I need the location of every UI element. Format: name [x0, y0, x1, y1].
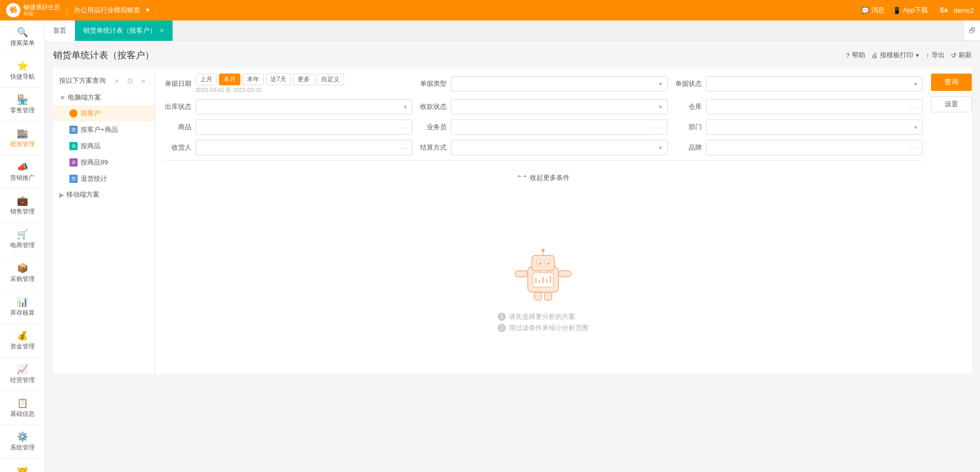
type-select[interactable]: ▼: [451, 76, 668, 91]
sidebar-item-system[interactable]: ⚙️ 系统管理: [0, 425, 44, 459]
settlement-select-arrow: ▼: [658, 145, 663, 151]
scheme-item-by-customer[interactable]: 按客户: [53, 105, 155, 122]
sidebar-item-search-menu[interactable]: 🔍 搜索菜单: [0, 20, 44, 54]
outbound-select[interactable]: ▼: [195, 99, 412, 114]
sidebar-item-purchase[interactable]: 📦 采购管理: [0, 256, 44, 290]
scheme-group-mobile-header[interactable]: ▶ 移动端方案: [53, 187, 155, 202]
print-icon: 🖨: [871, 52, 878, 59]
date-btn-last-7[interactable]: 近7天: [266, 74, 291, 85]
filter-payment: 收款状态 ▼: [419, 99, 668, 114]
sidebar-item-quick-nav[interactable]: ⭐ 快捷导航: [0, 54, 44, 88]
svg-rect-7: [515, 271, 528, 277]
filter-dept: 部门 ▼: [674, 120, 923, 135]
dept-select[interactable]: ▼: [706, 120, 923, 135]
settings-button[interactable]: 设置: [931, 96, 972, 112]
tab-restore-icon[interactable]: 🗗: [969, 27, 976, 35]
dept-select-arrow: ▼: [913, 125, 918, 130]
employee-select[interactable]: ···: [451, 120, 668, 135]
scheme-group-desktop-header[interactable]: ▼ 电脑端方案: [53, 90, 155, 105]
sidebar-item-retail[interactable]: 🏪 零售管理: [0, 88, 44, 122]
sidebar-item-wholesale[interactable]: 🏬 批发管理: [0, 122, 44, 155]
sidebar-item-marketing[interactable]: 📣 营销推广: [0, 155, 44, 189]
template-print-btn[interactable]: 🖨 按模板打印 ▼: [871, 51, 920, 60]
empty-hint-2: 2 用过滤条件来缩小分析范围: [498, 323, 589, 333]
user-area[interactable]: Ea demo2: [936, 3, 974, 18]
status-select[interactable]: ▼: [706, 76, 923, 91]
sidebar-item-finance[interactable]: 💰 资金管理: [0, 324, 44, 358]
payment-select[interactable]: ▼: [451, 99, 668, 114]
export-btn[interactable]: ↑ 导出: [926, 51, 945, 60]
scheme-item-by-customer-goods[interactable]: 图 按客户+商品: [53, 122, 155, 138]
sidebar-item-operations[interactable]: 📈 经营管理: [0, 358, 44, 391]
settlement-label: 结算方式: [419, 143, 447, 152]
scheme-header-label: 按以下方案查询: [59, 76, 106, 85]
collapse-label: 收起更多条件: [530, 173, 570, 182]
scheme-item-label-by-customer-goods: 按客户+商品: [81, 125, 118, 134]
sidebar-item-ecommerce[interactable]: 🛒 电商管理: [0, 223, 44, 256]
sidebar: 🔍 搜索菜单 ⭐ 快捷导航 🏪 零售管理 🏬 批发管理 📣 营销推广 💼: [0, 20, 45, 472]
top-bar-right: 💬 消息 📱 App下载 Ea demo2: [861, 3, 974, 18]
page-content: 销货单统计表（按客户） ? 帮助 🖨 按模板打印 ▼ ↑: [45, 41, 980, 472]
scheme-group-desktop: ▼ 电脑端方案 按客户 图 按客户+商品: [53, 90, 155, 187]
scheme-item-by-goods[interactable]: 表 按商品: [53, 138, 155, 154]
goods-select[interactable]: ···: [195, 120, 412, 135]
search-icon: 🔍: [2, 27, 42, 38]
hint-number-2: 2: [498, 324, 506, 332]
brand-select[interactable]: ···: [706, 140, 923, 155]
settlement-select[interactable]: ▼: [451, 140, 668, 155]
tab-sales-stats-label: 销货单统计表（按客户）: [83, 26, 156, 35]
app-download-label: App下载: [903, 6, 928, 15]
warehouse-select[interactable]: ···: [706, 99, 923, 114]
scheme-icon-chart2: 表: [69, 158, 78, 167]
filter-row-1: 单据日期 上月 本月 本年 近7天 更多 自定义: [163, 74, 923, 94]
scheme-settings-btn[interactable]: ⊙: [125, 76, 135, 86]
scheme-collapse-btn[interactable]: «: [138, 76, 149, 86]
scheme-group-mobile: ▶ 移动端方案: [53, 187, 155, 202]
scheme-panel: 按以下方案查询 + ⊙ « ▼ 电脑端方案: [53, 67, 155, 374]
sidebar-item-inventory[interactable]: 📊 库存核算: [0, 290, 44, 324]
date-btn-last-month[interactable]: 上月: [195, 74, 217, 85]
message-btn[interactable]: 💬 消息: [861, 6, 885, 15]
app-download-btn[interactable]: 📱 App下载: [893, 6, 928, 15]
sidebar-label-finance: 资金管理: [2, 342, 42, 351]
print-dropdown-icon: ▼: [915, 53, 920, 58]
refresh-btn[interactable]: ↺ 刷新: [951, 51, 972, 60]
inventory-icon: 📊: [2, 296, 42, 308]
scheme-icon-return: 图: [69, 175, 78, 183]
scheme-add-btn[interactable]: +: [112, 76, 122, 86]
main-panel: 按以下方案查询 + ⊙ « ▼ 电脑端方案: [53, 67, 972, 374]
help-label: 帮助: [852, 51, 865, 60]
hint-number-1: 1: [498, 313, 506, 321]
date-btn-custom[interactable]: 自定义: [316, 74, 344, 85]
dropdown-arrow-top[interactable]: ▼: [144, 7, 151, 14]
scheme-item-return-stats[interactable]: 图 退货统计: [53, 171, 155, 187]
template-print-label: 按模板打印: [880, 51, 913, 60]
tab-home[interactable]: 首页: [45, 20, 75, 41]
receiver-select[interactable]: ···: [195, 140, 412, 155]
date-selector: 上月 本月 本年 近7天 更多 自定义: [195, 74, 412, 85]
page-header: 销货单统计表（按客户） ? 帮助 🖨 按模板打印 ▼ ↑: [53, 49, 972, 61]
message-label: 消息: [871, 6, 885, 15]
date-btn-this-year[interactable]: 本年: [242, 74, 264, 85]
sidebar-label-retail: 零售管理: [2, 106, 42, 115]
filter-goods: 商品 ···: [163, 120, 412, 135]
help-icon: ?: [846, 52, 849, 59]
sidebar-item-cooperation[interactable]: 🤝 企业协同: [0, 459, 44, 472]
dept-label: 部门: [674, 123, 702, 132]
group-mobile-arrow: ▶: [59, 191, 64, 199]
empty-hint-1: 1 请先选择要分析的方案: [498, 312, 589, 321]
query-button[interactable]: 查询: [931, 74, 972, 91]
dept-control: ▼: [706, 120, 923, 135]
tab-close-icon[interactable]: ✕: [159, 27, 164, 34]
sidebar-item-basic[interactable]: 📋 基础信息: [0, 391, 44, 425]
page-actions: ? 帮助 🖨 按模板打印 ▼ ↑ 导出 ↺: [846, 51, 972, 60]
tab-sales-stats[interactable]: 销货单统计表（按客户） ✕: [75, 20, 173, 41]
brand-label: 品牌: [674, 143, 702, 152]
sidebar-item-sales[interactable]: 💼 销售管理: [0, 189, 44, 223]
date-btn-this-month[interactable]: 本月: [219, 74, 240, 85]
date-btn-more[interactable]: 更多: [293, 74, 314, 85]
scheme-item-by-goods-99[interactable]: 表 按商品99: [53, 154, 155, 171]
btn-panel: 查询 设置: [931, 67, 972, 374]
collapse-btn[interactable]: ⌃⌃ 收起更多条件: [512, 169, 574, 186]
help-btn[interactable]: ? 帮助: [846, 51, 865, 60]
